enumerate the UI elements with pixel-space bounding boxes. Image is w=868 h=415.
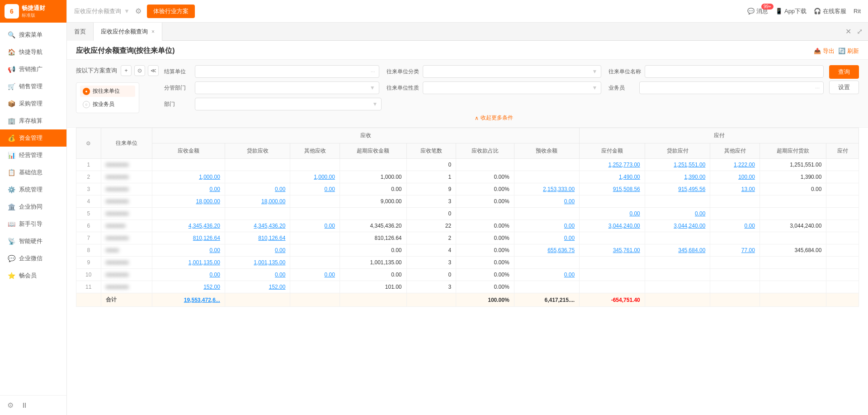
cell-link[interactable]: 18,000.00: [225, 196, 290, 208]
settings-bottom-icon[interactable]: ⚙: [7, 401, 14, 410]
cell-link[interactable]: 0.00: [225, 244, 290, 257]
cell-link[interactable]: 1,251,551.00: [645, 159, 710, 171]
cell-link[interactable]: 152.00: [152, 281, 225, 293]
th-ar-count: 应收笔数: [406, 143, 456, 159]
settlement-input[interactable]: ···: [195, 65, 379, 78]
cell-link[interactable]: 0.00: [225, 269, 290, 281]
cell-link[interactable]: 915,508.56: [580, 183, 645, 196]
cell-link[interactable]: 0.00: [290, 220, 340, 232]
cell-link[interactable]: 345,684.00: [645, 244, 710, 257]
scheme-item-salesman[interactable]: ○ 按业务员: [80, 99, 135, 110]
refresh-button[interactable]: 🔄 刷新: [838, 47, 859, 55]
topbar-message[interactable]: 💬 消息 99+: [747, 7, 768, 15]
cell-link[interactable]: 100.00: [710, 171, 760, 183]
scheme-item-unit[interactable]: ● 按往来单位: [80, 86, 135, 97]
table-settings-icon[interactable]: ⚙: [86, 140, 91, 147]
cell-link[interactable]: 1,490.00: [580, 171, 645, 183]
cell-link[interactable]: 4,345,436.20: [152, 220, 225, 232]
cell-link[interactable]: 0.00: [290, 269, 340, 281]
footer-ap-extra: [826, 293, 859, 307]
unit-name-input[interactable]: [645, 65, 824, 78]
tab-home[interactable]: 首页: [67, 23, 94, 41]
page-content: 应收应付余额查询(按往来单位) 📤 导出 🔄 刷新 按以下方案查询: [67, 41, 868, 415]
dept2-input[interactable]: ▼: [195, 98, 382, 110]
topbar-service[interactable]: 🎧 在线客服: [814, 7, 846, 15]
cell-link[interactable]: 77.00: [710, 244, 760, 257]
footer-ar-other: [290, 293, 340, 307]
cell-link[interactable]: 0.00: [152, 183, 225, 196]
cell-link[interactable]: 345,761.00: [580, 244, 645, 257]
tab-maximize-icon[interactable]: ⤢: [857, 27, 868, 36]
cell-link[interactable]: 0.00: [514, 220, 580, 232]
cell-link[interactable]: 1,252,773.00: [580, 159, 645, 171]
collapse-button[interactable]: ∧ 收起更多条件: [475, 114, 513, 122]
solution-button[interactable]: 体验行业方案: [147, 5, 195, 18]
topbar-user[interactable]: Rit: [854, 8, 861, 14]
cell-link[interactable]: 0.00: [225, 183, 290, 196]
cell-link[interactable]: 0.00: [290, 183, 340, 196]
export-button[interactable]: 📤 导出: [814, 47, 835, 55]
sidebar-item-enterprise[interactable]: 🏛️企业协同: [0, 198, 66, 215]
sidebar-item-operation[interactable]: 📊经营管理: [0, 147, 66, 164]
cell-link[interactable]: 1,000.00: [152, 171, 225, 183]
unit-type-input[interactable]: ▼: [423, 65, 602, 78]
th-settings[interactable]: ⚙: [76, 128, 101, 159]
cell-link[interactable]: 0.00: [152, 269, 225, 281]
add-filter-icon[interactable]: +: [121, 65, 132, 76]
sidebar-item-inventory[interactable]: 🏢库存核算: [0, 112, 66, 129]
sidebar-item-basic[interactable]: 📋基础信息: [0, 164, 66, 181]
cell-link[interactable]: 0.00: [580, 208, 645, 220]
sidebar-item-sales[interactable]: 🛒销售管理: [0, 78, 66, 95]
sidebar-item-member[interactable]: ⭐畅会员: [0, 267, 66, 284]
cell-link[interactable]: 3,044,240.00: [580, 220, 645, 232]
tab-close-window-icon[interactable]: ✕: [845, 27, 857, 36]
cell-link[interactable]: 4,345,436.20: [225, 220, 290, 232]
back-filter-icon[interactable]: ≪: [148, 65, 159, 76]
settings-button[interactable]: 设置: [829, 81, 859, 94]
cell-link[interactable]: 1,222.00: [710, 159, 760, 171]
cell-link[interactable]: 0.00: [514, 232, 580, 244]
cell-link[interactable]: 152.00: [225, 281, 290, 293]
cell-link[interactable]: 915,495.56: [645, 183, 710, 196]
settings-filter-icon[interactable]: ⊙: [134, 65, 145, 76]
cell-link[interactable]: 1,001,135.00: [225, 257, 290, 269]
th-ap-group: 应付: [580, 128, 859, 143]
sidebar-item-wechat[interactable]: 💬企业微信: [0, 250, 66, 267]
cell-link[interactable]: 2,153,333.00: [514, 183, 580, 196]
tab-close-icon[interactable]: ×: [151, 29, 155, 35]
topbar-gear-icon[interactable]: ⚙: [135, 7, 142, 15]
sidebar-item-finance[interactable]: 💰资金管理: [0, 129, 66, 147]
footer-ar-amount[interactable]: 19,553,472,6...: [152, 293, 225, 307]
cell-link[interactable]: 0.00: [645, 208, 710, 220]
sidebar-item-system[interactable]: ⚙️系统管理: [0, 181, 66, 198]
cell-link[interactable]: 3,044,240.00: [645, 220, 710, 232]
topbar-download[interactable]: 📱 App下载: [775, 7, 807, 15]
cell-link[interactable]: 1,390.00: [645, 171, 710, 183]
cell-link[interactable]: 0.00: [514, 269, 580, 281]
cell-link[interactable]: 18,000.00: [152, 196, 225, 208]
sidebar-item-guide[interactable]: 📖新手引导: [0, 215, 66, 233]
cell-link[interactable]: 0.00: [152, 244, 225, 257]
cell-link[interactable]: 0.00: [710, 220, 760, 232]
th-ar-group: 应收: [152, 128, 580, 143]
cell-link[interactable]: 1,000.00: [290, 171, 340, 183]
cell-link[interactable]: 655,636.75: [514, 244, 580, 257]
cell-link[interactable]: 13.00: [710, 183, 760, 196]
query-button[interactable]: 查询: [829, 65, 859, 79]
unit-nature-input[interactable]: ▼: [423, 81, 602, 94]
sidebar-item-smart[interactable]: 📡智能硬件: [0, 233, 66, 250]
sidebar-item-marketing[interactable]: 📢营销推广: [0, 61, 66, 78]
tab-ar-query[interactable]: 应收应付余额查询 ×: [94, 23, 162, 41]
sidebar-label-smart: 智能硬件: [19, 237, 42, 245]
cell-link[interactable]: 0.00: [514, 196, 580, 208]
dept-input[interactable]: ▼: [195, 81, 379, 94]
cell-link[interactable]: 810,126.64: [152, 232, 225, 244]
cell-link[interactable]: 1,001,135.00: [152, 257, 225, 269]
sidebar-item-purchase[interactable]: 📦采购管理: [0, 95, 66, 112]
member-icon: ⭐: [7, 272, 15, 280]
sidebar-item-search-menu[interactable]: 🔍搜索菜单: [0, 26, 66, 43]
cell-link[interactable]: 810,126.64: [225, 232, 290, 244]
sidebar-item-quick-nav[interactable]: 🏠快捷导航: [0, 43, 66, 61]
collapse-icon[interactable]: ⏸: [21, 401, 28, 410]
salesman-input[interactable]: ···: [639, 81, 824, 94]
